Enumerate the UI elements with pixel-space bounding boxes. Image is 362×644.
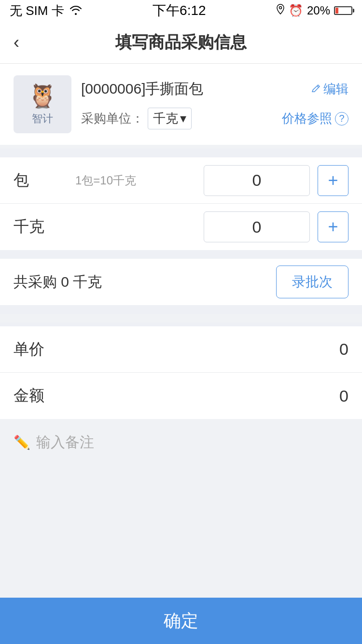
amount-value: 0 xyxy=(339,387,348,406)
notes-section[interactable]: ✏️ 输入备注 xyxy=(0,419,362,465)
owl-icon: 🦉 xyxy=(28,83,57,110)
kg-label: 千克 xyxy=(14,216,71,238)
wifi-icon xyxy=(69,3,83,18)
unit-price-value: 0 xyxy=(339,340,348,359)
help-icon: ? xyxy=(335,112,348,126)
empty-area xyxy=(0,465,362,610)
section-divider-2 xyxy=(0,254,362,259)
unit-price-label: 单价 xyxy=(14,339,44,360)
pencil-icon: ✏️ xyxy=(14,434,30,450)
product-top: [0000006]手撕面包 编辑 xyxy=(81,79,348,99)
confirm-button[interactable]: 确定 xyxy=(0,598,362,644)
unit-label: 采购单位： 千克 ▾ xyxy=(81,108,192,129)
location-icon xyxy=(276,4,285,17)
product-info: [0000006]手撕面包 编辑 采购单位： 千克 ▾ 价格参照 ? xyxy=(81,79,348,129)
amount-label: 金额 xyxy=(14,385,44,406)
status-left: 无 SIM 卡 xyxy=(10,2,83,19)
status-time: 下午6:12 xyxy=(153,1,206,20)
brand-label: 智计 xyxy=(32,112,53,126)
kg-value[interactable]: 0 xyxy=(204,211,310,242)
input-section: 包 1包=10千克 0 + 千克 0 + xyxy=(0,157,362,250)
amount-row: 金额 0 xyxy=(0,373,362,419)
price-section: 单价 0 金额 0 xyxy=(0,322,362,419)
bao-label: 包 xyxy=(14,170,71,191)
battery-percent: 20% xyxy=(307,4,330,17)
kg-input-row: 千克 0 + xyxy=(0,204,362,250)
section-divider-1 xyxy=(0,149,362,157)
record-batch-button[interactable]: 录批次 xyxy=(276,266,348,298)
kg-plus-button[interactable]: + xyxy=(318,211,348,242)
page-title: 填写商品采购信息 xyxy=(115,31,247,54)
nav-bar: ‹ 填写商品采购信息 xyxy=(0,21,362,64)
edit-button[interactable]: 编辑 xyxy=(311,81,348,98)
bao-sublabel: 1包=10千克 xyxy=(75,173,136,188)
alarm-icon: ⏰ xyxy=(289,4,303,17)
section-divider-3 xyxy=(0,305,362,314)
carrier-text: 无 SIM 卡 xyxy=(10,2,64,19)
product-meta: 采购单位： 千克 ▾ 价格参照 ? xyxy=(81,108,348,129)
bao-value[interactable]: 0 xyxy=(204,165,310,196)
bao-plus-button[interactable]: + xyxy=(318,165,348,196)
product-image: 🦉 智计 xyxy=(14,75,71,133)
notes-placeholder: 输入备注 xyxy=(36,433,94,452)
back-button[interactable]: ‹ xyxy=(14,32,19,53)
status-bar: 无 SIM 卡 下午6:12 ⏰ 20% xyxy=(0,0,362,21)
battery-icon xyxy=(334,6,352,15)
chevron-down-icon: ▾ xyxy=(180,111,186,126)
bao-input-row: 包 1包=10千克 0 + xyxy=(0,157,362,204)
summary-text: 共采购 0 千克 xyxy=(14,272,102,292)
unit-select[interactable]: 千克 ▾ xyxy=(148,108,192,129)
summary-row: 共采购 0 千克 录批次 xyxy=(0,259,362,305)
status-right: ⏰ 20% xyxy=(276,4,352,17)
svg-point-0 xyxy=(279,7,281,9)
summary-section: 共采购 0 千克 录批次 xyxy=(0,250,362,305)
unit-price-row: 单价 0 xyxy=(0,326,362,373)
product-card: 🦉 智计 [0000006]手撕面包 编辑 采购单位： 千克 ▾ xyxy=(0,64,362,149)
price-reference-button[interactable]: 价格参照 ? xyxy=(282,110,348,127)
product-name: [0000006]手撕面包 xyxy=(81,79,311,99)
